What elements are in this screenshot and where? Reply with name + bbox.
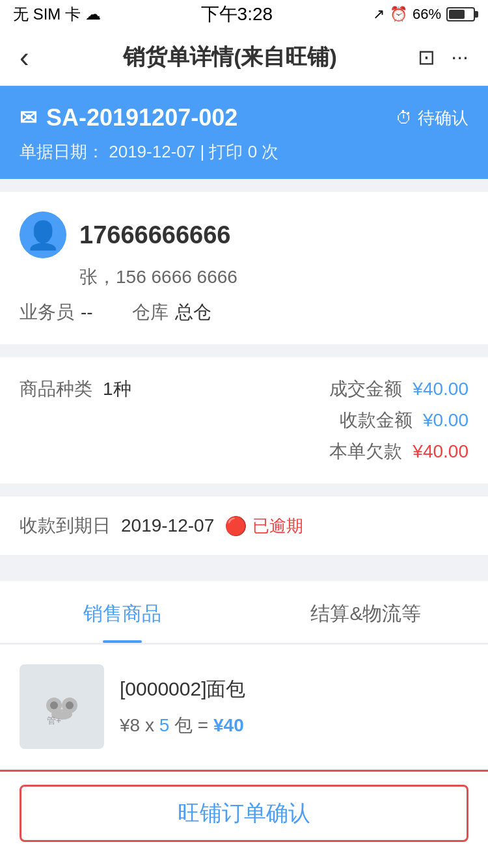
sales-label: 业务员 [20, 300, 74, 325]
product-item: 管+ [0000002]面包 ¥8 x 5 包 = ¥40 [20, 664, 468, 749]
sales-person: 业务员 -- [20, 300, 93, 325]
order-status: ⏱ 待确认 [396, 107, 468, 129]
battery-text: 66% [413, 6, 441, 23]
page-title: 销货单详情(来自旺铺) [42, 42, 418, 72]
product-name: [0000002]面包 [120, 676, 468, 703]
battery-icon [446, 7, 475, 21]
status-time: 下午3:28 [201, 2, 273, 27]
tab-settlement-label: 结算&物流等 [310, 603, 421, 624]
avatar-icon: 👤 [26, 219, 60, 251]
type-value: 1种 [103, 377, 131, 401]
amount-label: 成交金额 [329, 377, 402, 401]
status-right: ↗ ⏰ 66% [373, 6, 475, 23]
tab-sales-label: 销售商品 [83, 603, 161, 624]
status-text: 待确认 [418, 107, 468, 129]
sim-text: 无 SIM 卡 ☁ [13, 4, 101, 25]
location-icon: ↗ [373, 6, 385, 23]
overdue-text: 已逾期 [252, 515, 303, 537]
product-thumbnail: 管+ [20, 664, 104, 749]
nav-bar: ‹ 销货单详情(来自旺铺) ⊡ ··· [0, 29, 488, 86]
financial-summary: 成交金额 ¥40.00 收款金额 ¥0.00 本单欠款 ¥40.00 [329, 377, 468, 464]
price-base: ¥8 [120, 715, 140, 735]
overdue-icon: 🔴 [224, 515, 247, 537]
product-unit: 包 [174, 715, 193, 735]
nav-actions: ⊡ ··· [418, 45, 468, 70]
status-bar: 无 SIM 卡 ☁ 下午3:28 ↗ ⏰ 66% [0, 0, 488, 29]
amount-row: 成交金额 ¥40.00 [329, 377, 468, 401]
confirm-button-container: 旺铺订单确认 [0, 770, 488, 868]
status-left: 无 SIM 卡 ☁ [13, 4, 101, 25]
more-icon[interactable]: ··· [451, 45, 468, 69]
product-types: 商品种类 1种 [20, 377, 131, 401]
warehouse-value: 总仓 [175, 300, 211, 325]
confirm-order-button[interactable]: 旺铺订单确认 [20, 785, 468, 842]
customer-phone: 17666666666 [79, 221, 230, 249]
amount-value: ¥40.00 [413, 379, 468, 400]
summary-section: 商品种类 1种 成交金额 ¥40.00 收款金额 ¥0.00 本单欠款 ¥40.… [0, 357, 488, 483]
equals-sign: = [198, 715, 213, 735]
product-info: [0000002]面包 ¥8 x 5 包 = ¥40 [120, 676, 468, 738]
product-price: ¥8 x 5 包 = ¥40 [120, 713, 468, 738]
sales-value: -- [81, 302, 93, 323]
warehouse: 仓库 总仓 [132, 300, 211, 325]
svg-point-3 [66, 701, 74, 709]
due-label: 收款到期日 [20, 513, 111, 538]
customer-section: 👤 17666666666 张，156 6666 6666 业务员 -- 仓库 … [0, 192, 488, 344]
multiply-sign: x [145, 715, 159, 735]
tab-sales-products[interactable]: 销售商品 [0, 581, 244, 643]
product-section: 管+ [0000002]面包 ¥8 x 5 包 = ¥40 [0, 645, 488, 768]
divider-1 [0, 555, 488, 568]
product-total: ¥40 [213, 715, 244, 735]
received-row: 收款金额 ¥0.00 [329, 408, 468, 433]
customer-meta: 业务员 -- 仓库 总仓 [20, 300, 468, 325]
due-date-value: 2019-12-07 [121, 515, 214, 536]
status-clock-icon: ⏱ [396, 108, 413, 128]
back-button[interactable]: ‹ [20, 43, 29, 72]
overdue-badge: 🔴 已逾期 [224, 515, 303, 537]
due-date-section: 收款到期日 2019-12-07 🔴 已逾期 [0, 496, 488, 555]
svg-point-2 [50, 701, 58, 709]
alarm-icon: ⏰ [390, 6, 407, 23]
order-id: ✉ SA-20191207-002 [20, 104, 237, 131]
tabs: 销售商品 结算&物流等 [0, 581, 488, 644]
order-id-text: SA-20191207-002 [46, 104, 237, 131]
order-date: 单据日期： 2019-12-07 | 打印 0 次 [20, 141, 468, 163]
avatar: 👤 [20, 211, 66, 258]
order-icon: ✉ [20, 105, 37, 130]
product-qty: 5 [159, 715, 170, 735]
owed-label: 本单欠款 [329, 439, 402, 464]
received-value: ¥0.00 [423, 410, 468, 431]
type-label: 商品种类 [20, 377, 92, 401]
owed-row: 本单欠款 ¥40.00 [329, 439, 468, 464]
share-icon[interactable]: ⊡ [418, 45, 435, 70]
svg-text:管+: 管+ [47, 715, 61, 726]
warehouse-label: 仓库 [132, 300, 169, 325]
customer-name: 张，156 6666 6666 [79, 265, 468, 290]
owed-value: ¥40.00 [413, 441, 468, 462]
order-header: ✉ SA-20191207-002 ⏱ 待确认 单据日期： 2019-12-07… [0, 86, 488, 179]
tab-settlement[interactable]: 结算&物流等 [244, 581, 488, 643]
received-label: 收款金额 [340, 408, 413, 433]
product-thumb-svg: 管+ [36, 687, 88, 726]
